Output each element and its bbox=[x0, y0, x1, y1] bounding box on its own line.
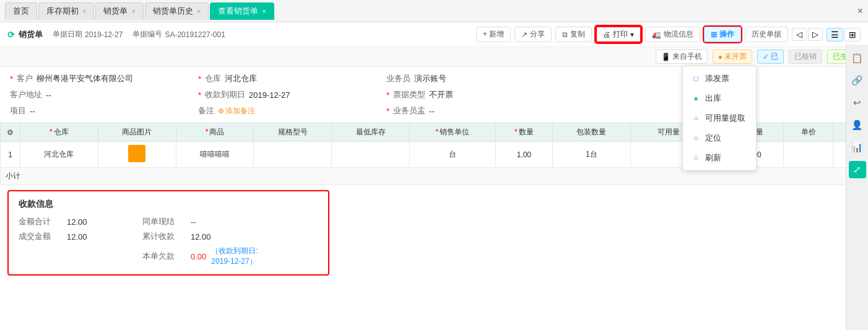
amount-item: 金额合计 12.00 bbox=[19, 216, 142, 227]
row-warehouse: 河北仓库 bbox=[20, 142, 98, 168]
share-button[interactable]: ↗ 分享 bbox=[514, 27, 552, 42]
main-content: ⟳ 销货单 单据日期 2019-12-27 单据编号 SA-20191227-0… bbox=[0, 22, 868, 330]
nav-next-button[interactable]: ▷ bbox=[808, 28, 823, 41]
phone-button[interactable]: 📱 来自手机 bbox=[656, 50, 708, 64]
view-grid-button[interactable]: ⊞ bbox=[844, 28, 861, 41]
row-qty: 1.00 bbox=[495, 142, 552, 168]
doc-number-value: SA-20191227-001 bbox=[165, 30, 225, 39]
tab-bar: 首页 库存期初 × 销货单 × 销货单历史 × 查看销货单 × × bbox=[0, 0, 868, 22]
due-value: 0.00 bbox=[191, 252, 206, 261]
col-min-stock: 最低库存 bbox=[332, 123, 410, 142]
add-invoice-icon: □ bbox=[692, 74, 700, 83]
ticket-icon: ● bbox=[718, 53, 723, 61]
unopened-button[interactable]: ● 未开票 bbox=[713, 50, 752, 64]
operate-icon: ⊞ bbox=[711, 30, 717, 39]
overdue-text: （收款到期日: 2019-12-27） bbox=[211, 246, 266, 267]
tab-sales[interactable]: 销货单 × bbox=[95, 2, 143, 20]
col-pack-qty: 包装数量 bbox=[552, 123, 630, 142]
sidebar-chart-icon[interactable]: 📊 bbox=[849, 139, 866, 156]
menu-locate[interactable]: ○ 定位 bbox=[683, 128, 756, 148]
menu-add-invoice[interactable]: □ 添发票 bbox=[683, 69, 756, 89]
address-value: -- bbox=[46, 90, 51, 100]
new-button[interactable]: + 新增 bbox=[476, 27, 511, 42]
col-warehouse: *仓库 bbox=[20, 123, 98, 142]
col-qty: *数量 bbox=[495, 123, 552, 142]
confirm-button[interactable]: ✓ 已 bbox=[757, 50, 784, 64]
ticket-type-value: 不开票 bbox=[429, 89, 453, 100]
menu-refresh[interactable]: ○ 刷新 bbox=[683, 148, 756, 168]
share-icon: ↗ bbox=[521, 30, 527, 39]
print-button[interactable]: 🖨 打印 ▾ bbox=[596, 26, 641, 43]
doc-date-label: 单据日期 2019-12-27 bbox=[53, 29, 123, 40]
tab-close-view-sales[interactable]: × bbox=[262, 7, 266, 15]
row-product: 嘻嘻嘻嘻 bbox=[176, 142, 254, 168]
phone-icon: 📱 bbox=[661, 53, 671, 61]
operate-button[interactable]: ⊞ 操作 bbox=[704, 27, 741, 42]
print-icon: 🖨 bbox=[603, 30, 610, 39]
tab-home[interactable]: 首页 bbox=[5, 2, 37, 20]
available-qty-icon: ○ bbox=[692, 114, 700, 123]
doc-icon: ⟳ bbox=[7, 30, 15, 40]
sidebar-return-icon[interactable]: ↩ bbox=[849, 94, 866, 111]
remark-field: 备注 ⊕ 添加备注 bbox=[198, 105, 371, 116]
tab-close-sales-history[interactable]: × bbox=[197, 7, 201, 15]
add-remark-button[interactable]: ⊕ 添加备注 bbox=[218, 106, 255, 116]
view-toggle: ☰ ⊞ bbox=[827, 28, 861, 41]
right-sidebar: 📋 🔗 ↩ 👤 📊 ⤢ bbox=[846, 45, 868, 330]
doc-title: ⟳ 销货单 bbox=[7, 29, 43, 40]
ticket-type-field: * 票据类型 不开票 bbox=[386, 89, 560, 100]
payment-grid: 金额合计 12.00 同单现结 -- 成交金额 12.00 累计收款 12.00… bbox=[19, 216, 318, 267]
tab-bar-close-button[interactable]: × bbox=[857, 6, 863, 17]
sidebar-link-icon[interactable]: 🔗 bbox=[849, 72, 866, 89]
payment-info-box: 收款信息 金额合计 12.00 同单现结 -- 成交金额 12.00 累计收款 … bbox=[7, 190, 329, 276]
view-list-button[interactable]: ☰ bbox=[827, 28, 843, 41]
col-img: 商品图片 bbox=[98, 123, 176, 142]
warehouse-field: * 仓库 河北仓库 bbox=[198, 73, 371, 84]
refresh-icon: ○ bbox=[692, 154, 700, 162]
col-unit: *销售单位 bbox=[409, 123, 495, 142]
print-dropdown-icon: ▾ bbox=[630, 30, 634, 39]
amount-value: 12.00 bbox=[67, 217, 87, 227]
staff-field: 业务员 演示账号 bbox=[386, 73, 560, 84]
sidebar-expand-icon[interactable]: ⤢ bbox=[849, 161, 866, 178]
row-pack-qty: 1台 bbox=[552, 142, 630, 168]
sold-badge: 已核销 bbox=[789, 50, 822, 64]
sidebar-doc-icon[interactable]: 📋 bbox=[849, 50, 866, 67]
operations-dropdown: □ 添发票 ● 出库 ○ 可用量提取 ○ 定位 ○ 刷新 bbox=[682, 66, 757, 171]
menu-available-qty[interactable]: ○ 可用量提取 bbox=[683, 108, 756, 128]
tab-close-sales[interactable]: × bbox=[131, 7, 135, 15]
doc-header: ⟳ 销货单 单据日期 2019-12-27 单据编号 SA-20191227-0… bbox=[0, 22, 868, 47]
customer-field: * 客户 柳州粤港平安气体有限公司 bbox=[10, 73, 183, 84]
tab-inventory[interactable]: 库存期初 × bbox=[38, 2, 94, 20]
history-button[interactable]: 历史单据 bbox=[745, 27, 788, 42]
doc-number-label: 单据编号 SA-20191227-001 bbox=[132, 29, 225, 40]
doc-actions: + 新增 ↗ 分享 ⧉ 复制 🖨 打印 ▾ 🚛 物流信息 bbox=[476, 26, 861, 43]
same-order-value: -- bbox=[191, 217, 196, 227]
copy-button[interactable]: ⧉ 复制 bbox=[555, 27, 592, 42]
nav-arrows: ◁ ▷ bbox=[792, 28, 823, 41]
tab-view-sales[interactable]: 查看销货单 × bbox=[210, 2, 274, 20]
row-img bbox=[98, 142, 176, 168]
col-price: 单价 bbox=[784, 123, 833, 142]
transaction-value: 12.00 bbox=[67, 232, 87, 241]
toolbar2: 📱 来自手机 ● 未开票 ✓ 已 已核销 已生效 bbox=[0, 47, 868, 67]
nav-prev-button[interactable]: ◁ bbox=[792, 28, 807, 41]
project-value: -- bbox=[30, 106, 35, 116]
sidebar-user-icon[interactable]: 👤 bbox=[849, 116, 866, 134]
customer-value: 柳州粤港平安气体有限公司 bbox=[37, 73, 133, 84]
payment-title: 收款信息 bbox=[19, 199, 318, 210]
col-spec: 规格型号 bbox=[254, 123, 332, 142]
due-item: 本单欠款 0.00 （收款到期日: 2019-12-27） bbox=[142, 246, 266, 267]
tab-close-inventory[interactable]: × bbox=[82, 7, 86, 15]
menu-outbound[interactable]: ● 出库 bbox=[683, 89, 756, 108]
staff-value: 演示账号 bbox=[414, 73, 446, 84]
payment-date-value: 2019-12-27 bbox=[249, 90, 290, 100]
confirm-icon: ✓ bbox=[763, 53, 769, 61]
doc-date-value: 2019-12-27 bbox=[85, 30, 123, 39]
staff2-field: * 业务员盂 -- bbox=[386, 105, 560, 116]
tab-sales-history[interactable]: 销货单历史 × bbox=[145, 2, 209, 20]
logistics-button[interactable]: 🚛 物流信息 bbox=[645, 27, 700, 42]
same-order-item: 同单现结 -- bbox=[142, 216, 266, 227]
col-settings[interactable]: ⚙ bbox=[1, 123, 20, 142]
staff2-value: -- bbox=[429, 106, 435, 116]
